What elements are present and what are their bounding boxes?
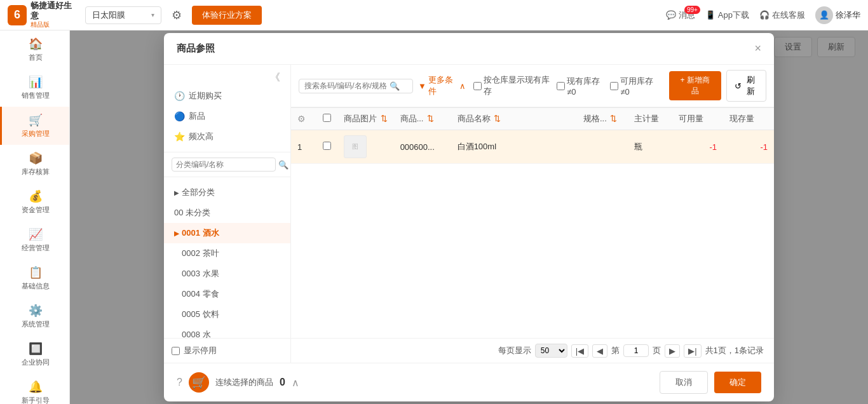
- cat-item-uncat[interactable]: 00 未分类: [164, 203, 290, 223]
- next-page-button[interactable]: ▶: [665, 344, 680, 358]
- filter-stock-nonzero-label: 现有库存≠0: [567, 76, 605, 97]
- sort-icon-code[interactable]: ⇅: [427, 114, 434, 123]
- refresh-button[interactable]: ↺ 刷新: [726, 70, 766, 102]
- store-name: 日太阳膜: [92, 10, 149, 21]
- first-page-button[interactable]: |◀: [571, 344, 588, 358]
- product-search-input[interactable]: [304, 81, 387, 90]
- store-selector[interactable]: 日太阳膜 ▾: [85, 6, 161, 24]
- sidebar-item-collab[interactable]: 🔲 企业协同: [0, 335, 69, 374]
- refresh-icon: ↺: [735, 81, 742, 91]
- sidebar-item-sales[interactable]: 📊 销售管理: [0, 69, 69, 107]
- product-search-box: 🔍: [299, 79, 413, 93]
- col-header-check: [316, 108, 337, 130]
- col-label-name: 商品名称: [458, 114, 491, 123]
- settings-icon[interactable]: ⚙: [169, 6, 184, 25]
- sidebar-item-system[interactable]: ⚙️ 系统管理: [0, 297, 69, 335]
- filter-options: 按仓库显示现有库存 现有库存≠0 可用库存≠0: [473, 74, 659, 97]
- help-icon[interactable]: ?: [177, 377, 182, 388]
- show-disabled-label[interactable]: 显示停用: [172, 345, 283, 356]
- product-name: 白酒100ml: [458, 142, 496, 151]
- sidebar-item-guide[interactable]: 🔔 新手引导: [0, 374, 69, 404]
- table-row[interactable]: 1 图 000600...: [291, 130, 774, 164]
- product-stock: -1: [760, 142, 768, 152]
- search-cat-icon[interactable]: 🔍: [278, 160, 288, 170]
- collapse-footer-button[interactable]: ∧: [292, 377, 299, 389]
- modal-right-panel: 🔍 ▼ 更多条件 ∧ 按仓库显示现有库存: [291, 65, 774, 363]
- row-checkbox[interactable]: [323, 142, 331, 150]
- filter-stock-warehouse-checkbox[interactable]: [473, 82, 482, 90]
- sidebar-item-business[interactable]: 📈 经营管理: [0, 221, 69, 259]
- show-disabled-checkbox[interactable]: [172, 347, 180, 355]
- filter-new-items[interactable]: 🔵 新品: [164, 106, 290, 126]
- cancel-button[interactable]: 取消: [660, 371, 708, 394]
- filter-recent-purchase[interactable]: 🕐 近期购买: [164, 86, 290, 106]
- page-size-select[interactable]: 50 10 20 100: [535, 344, 567, 358]
- cart-count: 0: [280, 377, 285, 388]
- page-number-input[interactable]: [623, 344, 649, 357]
- cat-item-water[interactable]: 0008 水: [164, 325, 290, 338]
- settings-gear-icon[interactable]: ⚙: [297, 114, 306, 124]
- filter-stock-nonzero[interactable]: 现有库存≠0: [557, 76, 605, 97]
- modal-close-button[interactable]: ×: [754, 42, 761, 55]
- cell-img: 图: [337, 130, 394, 164]
- customer-service-item[interactable]: 🎧 在线客服: [759, 10, 805, 21]
- cat-item-liquor[interactable]: ▶ 0001 酒水: [164, 223, 290, 243]
- trial-button[interactable]: 体验行业方案: [192, 6, 262, 25]
- add-product-button[interactable]: + 新增商品: [669, 71, 721, 100]
- message-badge: 99+: [684, 6, 700, 14]
- cat-item-tea[interactable]: 0002 茶叶: [164, 243, 290, 264]
- cat-item-drink[interactable]: 0005 饮料: [164, 304, 290, 325]
- last-page-button[interactable]: ▶|: [684, 344, 701, 358]
- user-item[interactable]: 👤 徐泽华: [815, 6, 860, 24]
- system-icon: ⚙️: [29, 304, 43, 318]
- filter-avail-nonzero-checkbox[interactable]: [610, 82, 618, 90]
- sidebar-item-purchase[interactable]: 🛒 采购管理: [0, 107, 69, 145]
- modal-toolbar: 🔍 ▼ 更多条件 ∧ 按仓库显示现有库存: [291, 65, 774, 107]
- page-size-label: 每页显示: [498, 345, 531, 356]
- app-download-label: App下载: [718, 10, 749, 21]
- filter-recent-label: 近期购买: [189, 90, 222, 102]
- sidebar-item-finance[interactable]: 💰 资金管理: [0, 183, 69, 221]
- app-download-item[interactable]: 📱 App下载: [705, 10, 749, 21]
- more-filters-button[interactable]: ▼ 更多条件 ∧: [418, 74, 466, 97]
- filter-high-freq[interactable]: ⭐ 频次高: [164, 126, 290, 147]
- cat-item-fruit[interactable]: 0003 水果: [164, 264, 290, 284]
- collapse-panel-button[interactable]: 《: [265, 71, 285, 84]
- filter-stock-nonzero-checkbox[interactable]: [557, 82, 565, 90]
- select-all-checkbox[interactable]: [323, 114, 331, 122]
- cell-name: 白酒100ml: [451, 130, 577, 164]
- search-icon[interactable]: 🔍: [390, 81, 400, 91]
- cat-item-snack[interactable]: 0004 零食: [164, 284, 290, 304]
- product-code: 000600...: [400, 142, 435, 152]
- product-available: -1: [709, 142, 717, 152]
- sort-icon-img[interactable]: ⇅: [381, 114, 388, 123]
- sidebar-item-home[interactable]: 🏠 首页: [0, 30, 69, 69]
- home-icon: 🏠: [29, 37, 43, 51]
- cat-label-tea: 0002 茶叶: [182, 248, 219, 259]
- cell-spec: [577, 130, 628, 164]
- product-unit: 瓶: [634, 142, 642, 151]
- col-label-img: 商品图片: [344, 114, 377, 123]
- col-header-code: 商品... ⇅: [394, 108, 451, 130]
- col-label-stock: 现存量: [729, 114, 754, 123]
- sort-icon-spec[interactable]: ⇅: [610, 114, 617, 123]
- confirm-button[interactable]: 确定: [714, 372, 761, 393]
- category-search-input[interactable]: [172, 158, 276, 172]
- basic-icon: 📋: [29, 266, 43, 279]
- filter-stock-warehouse-label: 按仓库显示现有库存: [484, 74, 552, 97]
- quick-filters: 《 🕐 近期购买 🔵 新品 ⭐: [164, 65, 290, 152]
- prev-page-button[interactable]: ◀: [592, 344, 607, 358]
- cell-num: 1: [291, 130, 316, 164]
- sort-icon-name[interactable]: ⇅: [494, 114, 501, 123]
- cell-unit: 瓶: [628, 130, 672, 164]
- filter-stock-warehouse[interactable]: 按仓库显示现有库存: [473, 74, 552, 97]
- sidebar-item-basic[interactable]: 📋 基础信息: [0, 259, 69, 297]
- messages-icon-item[interactable]: 💬 消息 99+: [666, 10, 695, 21]
- sidebar-item-inventory[interactable]: 📦 库存核算: [0, 145, 69, 183]
- sidebar-label-system: 系统管理: [22, 320, 50, 329]
- star-icon: ⭐: [174, 131, 185, 142]
- refresh-label: 刷新: [743, 74, 758, 97]
- page-total: 共1页，1条记录: [705, 345, 764, 356]
- filter-avail-nonzero[interactable]: 可用库存≠0: [610, 76, 658, 97]
- cat-item-all[interactable]: ▶ 全部分类: [164, 182, 290, 203]
